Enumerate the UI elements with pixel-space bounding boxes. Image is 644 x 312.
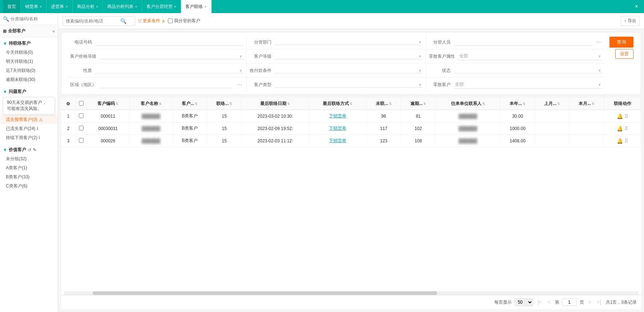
- cell-last-date: 2023-02-09 19:52:: [242, 122, 309, 135]
- sidebar-item-ungroup[interactable]: 未分组(32): [0, 154, 58, 163]
- table-wrap[interactable]: ⚙ 客户编码⇅ 客户名称⇅: [61, 98, 641, 291]
- sidebar-item-a-class[interactable]: A类客户(1): [0, 163, 58, 173]
- tab-sales-close[interactable]: ×: [40, 4, 42, 9]
- col-this-year-sort[interactable]: ⇅: [523, 102, 526, 106]
- tab-customer-contact[interactable]: 客户联络 ×: [181, 0, 211, 13]
- row-checkbox-2[interactable]: [79, 138, 84, 143]
- filter-retail-attr-select[interactable]: 全部 ∨: [458, 52, 602, 60]
- col-contacts-sort[interactable]: ⇅: [482, 102, 485, 106]
- edit-icon[interactable]: ✎: [33, 147, 36, 153]
- col-name-sort[interactable]: ⇅: [159, 102, 162, 106]
- export-button[interactable]: ↑ 导出: [621, 16, 640, 26]
- col-last-month-sort[interactable]: ⇅: [557, 102, 560, 106]
- col-last-date-sort[interactable]: ⇅: [287, 102, 290, 106]
- filter-customer-type-label: 客户类型: [250, 82, 271, 88]
- filter-payment-select[interactable]: ∨: [274, 68, 423, 73]
- grid-icon: ⊞: [3, 29, 7, 34]
- last-method-link-1[interactable]: 下销货单: [329, 126, 346, 131]
- tab-product-list-close[interactable]: ×: [135, 4, 137, 9]
- section-value-customers[interactable]: ▼ 价值客户 ↺ ✎: [0, 145, 58, 154]
- col-contact-sort[interactable]: ⇅: [229, 102, 232, 106]
- scrollbar-thumb[interactable]: [93, 291, 437, 295]
- filter-customer-level-select[interactable]: ∨: [274, 53, 423, 59]
- filter-region-more[interactable]: ···: [236, 81, 243, 88]
- sidebar-item-churn-warning[interactable]: 流失预警客户(3) ⚠: [0, 115, 58, 124]
- last-method-link-0[interactable]: 下销货单: [329, 113, 346, 118]
- sidebar-item-today-pending[interactable]: 今天待联络(0): [0, 48, 58, 57]
- tab-sales-order[interactable]: 销货单 ×: [21, 0, 47, 13]
- tab-product-analysis-close[interactable]: ×: [96, 4, 98, 9]
- filter-phone-input[interactable]: [95, 39, 243, 46]
- filter-region-input[interactable]: [99, 81, 233, 88]
- sidebar-item-overdue-contact[interactable]: 逾期未联络(30): [0, 75, 58, 84]
- col-uncontact-sort[interactable]: ⇅: [389, 102, 392, 106]
- col-overdue-sort[interactable]: ⇅: [423, 102, 426, 106]
- section-problem-customers[interactable]: ▼ 问题客户: [0, 87, 58, 96]
- sidebar-item-declining[interactable]: 持续下滑客户(2) ℹ: [0, 133, 58, 142]
- cell-checkbox: [76, 135, 86, 147]
- more-conditions-button[interactable]: ▽ 更多条件 ∧: [138, 18, 165, 24]
- refresh-icon[interactable]: ↺: [28, 147, 31, 153]
- filter-manager-more[interactable]: ···: [595, 39, 602, 45]
- row-checkbox-1[interactable]: [79, 126, 84, 130]
- sidebar-search-input[interactable]: [11, 16, 58, 21]
- per-page-select[interactable]: 50 100 200: [515, 298, 533, 306]
- search-toolbar: 🔍 ▽ 更多条件 ∧ 我分管的客户 ↑ 导出: [58, 13, 644, 29]
- sidebar-item-b-class[interactable]: B类客户(33): [0, 173, 58, 182]
- tab-sales-label: 销货单: [25, 4, 38, 10]
- horizontal-scrollbar[interactable]: [64, 291, 638, 295]
- data-table-section: ⚙ 客户编码⇅ 客户名称⇅: [61, 98, 641, 309]
- tab-product-list[interactable]: 商品分析列表 ×: [103, 0, 142, 13]
- action-contact-icon-2[interactable]: 🔔: [617, 138, 623, 144]
- section-pending-label: 待联络客户: [9, 40, 31, 46]
- sidebar-all-customers[interactable]: ⊞ 全部客户 «: [0, 25, 58, 37]
- filter-manager-input[interactable]: [454, 39, 591, 46]
- table-footer: 每页显示 50 100 200 |< < 第 页 > >| 共1页，3条记录: [61, 295, 641, 309]
- col-type-sort[interactable]: ⇅: [195, 102, 198, 106]
- tab-home[interactable]: 首页: [3, 0, 21, 13]
- tab-customer-tier-close[interactable]: ×: [174, 4, 176, 9]
- close-all-button[interactable]: ×: [632, 2, 641, 11]
- col-last-method-sort[interactable]: ⇅: [350, 102, 353, 106]
- tab-customer-contact-close[interactable]: ×: [204, 4, 206, 9]
- action-contact-icon-0[interactable]: 🔔: [617, 113, 623, 119]
- sidebar-collapse-icon[interactable]: «: [52, 29, 55, 34]
- action-more-icon-1[interactable]: ⠿: [624, 126, 628, 131]
- tab-purchase-close[interactable]: ×: [65, 4, 68, 9]
- search-input[interactable]: [66, 19, 120, 24]
- action-more-icon-0[interactable]: ⠿: [624, 113, 628, 119]
- tab-customer-tier[interactable]: 客户分层经营 ×: [142, 0, 181, 13]
- col-code-sort[interactable]: ⇅: [116, 102, 118, 106]
- prev-page-button[interactable]: <: [546, 299, 552, 305]
- total-records: 共1页，3条记录: [606, 299, 637, 305]
- filter-status-select[interactable]: ∨: [454, 68, 602, 73]
- page-number-input[interactable]: [562, 299, 577, 306]
- row-checkbox-0[interactable]: [79, 113, 84, 118]
- section-pending-contact[interactable]: ▼ 待联络客户: [0, 39, 58, 48]
- sidebar-item-churned[interactable]: 已流失客户(24) ℹ: [0, 124, 58, 133]
- my-customers-check[interactable]: [168, 19, 173, 23]
- last-method-link-2[interactable]: 下销货单: [329, 138, 346, 143]
- query-button[interactable]: 查询: [609, 37, 633, 48]
- tab-product-analysis[interactable]: 商品分析 ×: [73, 0, 103, 13]
- filter-price-tier-select[interactable]: ∨: [99, 53, 243, 59]
- tab-purchase-order[interactable]: 进货单 ×: [47, 0, 72, 13]
- col-this-month-sort[interactable]: ⇅: [592, 102, 595, 106]
- sidebar-item-week-pending[interactable]: 近7天待联络(0): [0, 66, 58, 75]
- filter-dept-select[interactable]: ∨: [274, 39, 423, 45]
- search-button[interactable]: 🔍: [120, 18, 126, 24]
- last-page-button[interactable]: >|: [596, 299, 603, 305]
- filter-nature-select[interactable]: ∨: [95, 68, 243, 73]
- gear-icon[interactable]: ⚙: [66, 101, 70, 106]
- action-contact-icon-1[interactable]: 🔔: [617, 126, 623, 131]
- first-page-button[interactable]: |<: [536, 299, 543, 305]
- sidebar-item-c-class[interactable]: C类客户(6): [0, 182, 58, 191]
- settings-button[interactable]: 设置: [615, 49, 633, 59]
- filter-customer-type-select[interactable]: ∨: [274, 82, 423, 88]
- sidebar-item-tomorrow-pending[interactable]: 明天待联络(1): [0, 57, 58, 66]
- action-more-icon-2[interactable]: ⠿: [624, 138, 628, 144]
- next-page-button[interactable]: >: [587, 299, 593, 305]
- my-customers-checkbox[interactable]: 我分管的客户: [168, 18, 200, 24]
- select-all-checkbox[interactable]: [79, 101, 84, 106]
- filter-retail-select[interactable]: 全部 ∨: [454, 81, 602, 89]
